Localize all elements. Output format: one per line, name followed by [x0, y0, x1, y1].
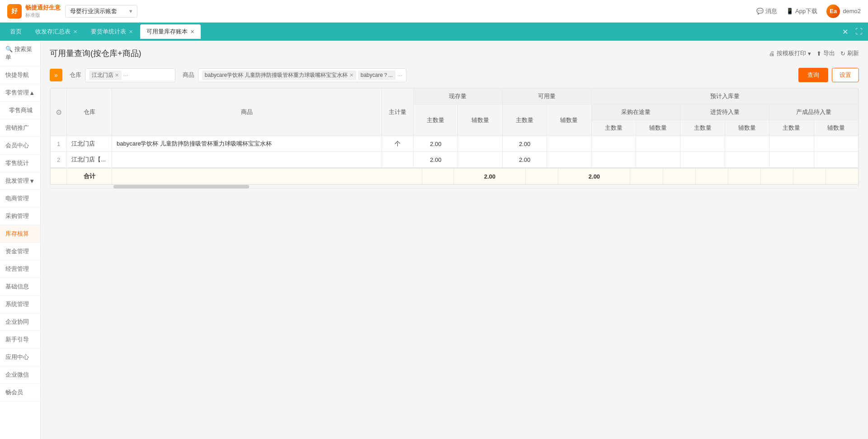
query-btn[interactable]: 查询 — [798, 68, 828, 82]
product-tag-2-text: babycare？... — [361, 71, 393, 79]
footer-purchase-main — [663, 169, 695, 184]
basic-info-label: 基础信息 — [5, 283, 29, 291]
print-btn[interactable]: 🖨 按模板打印 ▾ — [769, 49, 811, 57]
sidebar-item-member-vip[interactable]: 畅会员 — [0, 384, 40, 401]
app-icon: 📱 — [786, 8, 793, 14]
tab-order-stats[interactable]: 要货单统计表 ✕ — [85, 24, 139, 39]
sidebar-item-basic-info[interactable]: 基础信息 — [0, 278, 40, 296]
purchase-main-header: 主数量 — [591, 120, 636, 136]
tab-stock-close[interactable]: ✕ — [190, 29, 194, 35]
footer-empty-1 — [51, 169, 67, 184]
footer-stock-main: 2.00 — [454, 169, 526, 184]
row-avail-main: 2.00 — [502, 136, 547, 152]
sidebar-item-retail-mgmt[interactable]: 零售管理 ▲ — [0, 84, 40, 102]
row-purchase-main — [591, 136, 636, 152]
footer-label: 合计 — [67, 169, 112, 184]
tab-available-stock[interactable]: 可用量库存账本 ✕ — [140, 24, 201, 39]
tab-receive-close[interactable]: ✕ — [73, 29, 77, 35]
purchase-aux-header: 辅数量 — [636, 120, 680, 136]
filter-toggle-btn[interactable]: » — [50, 69, 62, 81]
logo-area: 好 畅捷通好生意 标准版 — [7, 4, 61, 19]
row-purchase-main — [591, 152, 636, 168]
scroll-thumb[interactable] — [113, 185, 249, 189]
sidebar-item-wholesale[interactable]: 批发管理 ▼ — [0, 172, 40, 190]
sidebar-item-operations[interactable]: 经营管理 — [0, 260, 40, 278]
sidebar-item-app-center[interactable]: 应用中心 — [0, 349, 40, 366]
print-label: 按模板打印 — [777, 49, 806, 57]
tab-receive-summary[interactable]: 收发存汇总表 ✕ — [29, 24, 84, 39]
app-download-label: App下载 — [795, 7, 817, 15]
app-center-label: 应用中心 — [5, 353, 29, 361]
enterprise-wx-label: 企业微信 — [5, 371, 29, 379]
produce-aux-header: 辅数量 — [814, 120, 858, 136]
sidebar-item-enterprise[interactable]: 企业协同 — [0, 313, 40, 331]
app-download-btn[interactable]: 📱 App下载 — [786, 7, 817, 15]
user-area[interactable]: Ea demo2 — [826, 5, 861, 18]
warehouse-input[interactable]: 江北门店 ✕ ··· — [85, 68, 175, 82]
row-purchase-aux — [636, 136, 680, 152]
sidebar-item-ecommerce[interactable]: 电商管理 — [0, 190, 40, 208]
product-input[interactable]: babycare学饮杯 儿童防摔防撞吸管杯重力球吸嘴杯宝宝水杯 ✕ babyca… — [198, 68, 406, 82]
tab-receive-label: 收发存汇总表 — [35, 28, 71, 36]
warehouse-tag-text: 江北门店 — [92, 71, 113, 79]
sidebar-item-guide[interactable]: 新手引导 — [0, 331, 40, 349]
sidebar-item-retail-store[interactable]: 零售商城 — [0, 102, 40, 119]
row-incoming-main — [680, 152, 725, 168]
product-tag-1-remove[interactable]: ✕ — [349, 72, 354, 78]
table-scroll-bar[interactable] — [50, 184, 859, 188]
sidebar-item-member[interactable]: 会员中心 — [0, 137, 40, 155]
refresh-label: 刷新 — [847, 49, 859, 57]
incoming-subheader: 进货待入量 — [680, 104, 769, 120]
sidebar-item-system[interactable]: 系统管理 — [0, 296, 40, 313]
product-more-btn[interactable]: ··· — [397, 72, 402, 79]
row-product: babycare学饮杯 儿童防摔防撞吸管杯重力球吸嘴杯宝宝水杯 — [112, 136, 382, 152]
tab-order-close[interactable]: ✕ — [129, 29, 133, 35]
sidebar-item-purchase[interactable]: 采购管理 — [0, 208, 40, 225]
row-product — [112, 152, 382, 168]
product-filter-label: 商品 — [183, 71, 194, 79]
maximize-btn[interactable]: ⛶ — [854, 26, 864, 38]
settings-gear-icon: ⚙ — [56, 109, 62, 116]
dropdown-icon: ▾ — [129, 8, 132, 14]
warehouse-more-btn[interactable]: ··· — [123, 72, 128, 79]
incoming-main-header: 主数量 — [680, 120, 725, 136]
row-avail-aux — [547, 136, 591, 152]
footer-produce-aux — [826, 169, 858, 184]
sidebar-item-inventory[interactable]: 库存核算 — [0, 225, 40, 243]
footer-incoming-aux — [760, 169, 793, 184]
message-btn[interactable]: 💬 消息 — [756, 7, 777, 15]
tab-home[interactable]: 首页 — [4, 24, 28, 39]
warehouse-filter-group: 仓库 江北门店 ✕ ··· — [70, 68, 175, 82]
message-label: 消息 — [765, 7, 777, 15]
produce-main-header: 主数量 — [769, 120, 814, 136]
username: demo2 — [843, 8, 861, 14]
enterprise-label: 企业协同 — [5, 318, 29, 326]
sidebar-item-quicknav[interactable]: 快捷导航 — [0, 66, 40, 84]
close-all-tabs-btn[interactable]: ✕ — [840, 26, 850, 38]
row-stock-main: 2.00 — [414, 152, 458, 168]
refresh-btn[interactable]: ↻ 刷新 — [840, 49, 859, 57]
row-produce-main — [769, 152, 814, 168]
avail-main-header: 主数量 — [502, 104, 547, 136]
sidebar-item-retail-stats[interactable]: 零售统计 — [0, 155, 40, 172]
row-produce-aux — [814, 136, 858, 152]
settings-btn[interactable]: 设置 — [832, 68, 859, 82]
settings-col-header[interactable]: ⚙ — [51, 89, 67, 136]
sidebar-item-finance[interactable]: 资金管理 — [0, 243, 40, 260]
footer-incoming-main — [728, 169, 760, 184]
industry-selector[interactable]: 母婴行业演示账套 ▾ — [65, 5, 137, 18]
sidebar-item-search[interactable]: 🔍 搜索菜单 — [0, 41, 40, 66]
search-icon: 🔍 — [5, 46, 13, 52]
warehouse-col-header: 仓库 — [67, 89, 112, 136]
export-label: 导出 — [823, 49, 835, 57]
marketing-label: 营销推广 — [5, 124, 29, 132]
warehouse-tag-remove[interactable]: ✕ — [115, 72, 119, 78]
content-area: 可用量查询(按仓库+商品) 🖨 按模板打印 ▾ ⬆ 导出 ↻ 刷新 » — [41, 41, 868, 439]
footer-table: 合计 2.00 2.00 — [50, 168, 859, 184]
produce-subheader: 产成品待入量 — [769, 104, 859, 120]
row-stock-main: 2.00 — [414, 136, 458, 152]
export-btn[interactable]: ⬆ 导出 — [816, 49, 835, 57]
sidebar-item-marketing[interactable]: 营销推广 — [0, 119, 40, 137]
sidebar-item-enterprise-wx[interactable]: 企业微信 — [0, 366, 40, 384]
warehouse-filter-label: 仓库 — [70, 71, 81, 79]
